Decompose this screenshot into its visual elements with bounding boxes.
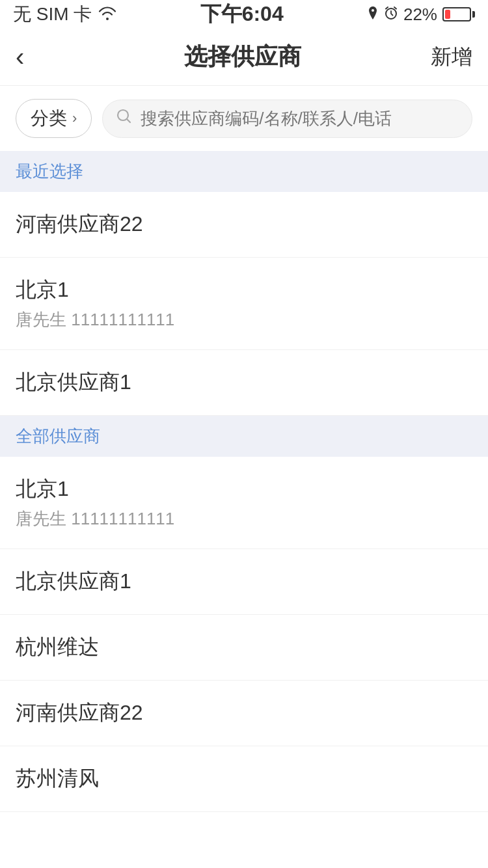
item-name: 河南供应商22: [16, 699, 472, 727]
list-item[interactable]: 北京供应商1: [0, 549, 488, 615]
all-section-header: 全部供应商: [0, 416, 488, 457]
alarm-icon: [384, 5, 398, 25]
filter-bar: 分类 ›: [0, 86, 488, 151]
recent-list: 河南供应商22北京1唐先生 11111111111北京供应商1: [0, 192, 488, 416]
item-sub: 唐先生 11111111111: [16, 508, 472, 530]
search-icon: [116, 108, 133, 129]
list-item[interactable]: 河南供应商22: [0, 681, 488, 746]
list-item[interactable]: 北京1唐先生 11111111111: [0, 258, 488, 350]
list-item[interactable]: 苏州清风: [0, 746, 488, 812]
status-right: 22%: [367, 5, 475, 25]
list-item[interactable]: 杭州维达: [0, 615, 488, 681]
all-section-label: 全部供应商: [16, 426, 100, 446]
new-button[interactable]: 新增: [431, 43, 472, 72]
status-left: 无 SIM 卡: [13, 2, 116, 27]
item-name: 北京1: [16, 475, 472, 504]
no-sim-text: 无 SIM 卡: [13, 2, 92, 27]
item-name: 河南供应商22: [16, 210, 472, 239]
page-title: 选择供应商: [184, 41, 301, 73]
item-name: 北京供应商1: [16, 567, 472, 596]
item-name: 苏州清风: [16, 765, 472, 793]
list-item[interactable]: 河南供应商22: [0, 192, 488, 258]
item-name: 北京供应商1: [16, 368, 472, 397]
item-name: 杭州维达: [16, 633, 472, 662]
battery-icon: [442, 7, 475, 21]
search-box[interactable]: [102, 100, 472, 138]
chevron-right-icon: ›: [72, 110, 77, 127]
location-icon: [367, 5, 379, 25]
search-input[interactable]: [141, 109, 459, 129]
wifi-icon: [98, 4, 116, 25]
recent-section-header: 最近选择: [0, 151, 488, 192]
nav-bar: ‹ 选择供应商 新增: [0, 29, 488, 86]
list-item[interactable]: 北京1唐先生 11111111111: [0, 457, 488, 549]
all-list: 北京1唐先生 11111111111北京供应商1杭州维达河南供应商22苏州清风: [0, 457, 488, 812]
item-sub: 唐先生 11111111111: [16, 308, 472, 331]
battery-percent: 22%: [403, 5, 437, 25]
category-button[interactable]: 分类 ›: [16, 99, 92, 138]
list-item[interactable]: 北京供应商1: [0, 350, 488, 416]
status-time: 下午6:04: [200, 0, 284, 29]
back-button[interactable]: ‹: [16, 42, 55, 72]
category-label: 分类: [31, 106, 67, 131]
recent-section-label: 最近选择: [16, 161, 83, 181]
status-bar: 无 SIM 卡 下午6:04 22%: [0, 0, 488, 29]
item-name: 北京1: [16, 276, 472, 305]
